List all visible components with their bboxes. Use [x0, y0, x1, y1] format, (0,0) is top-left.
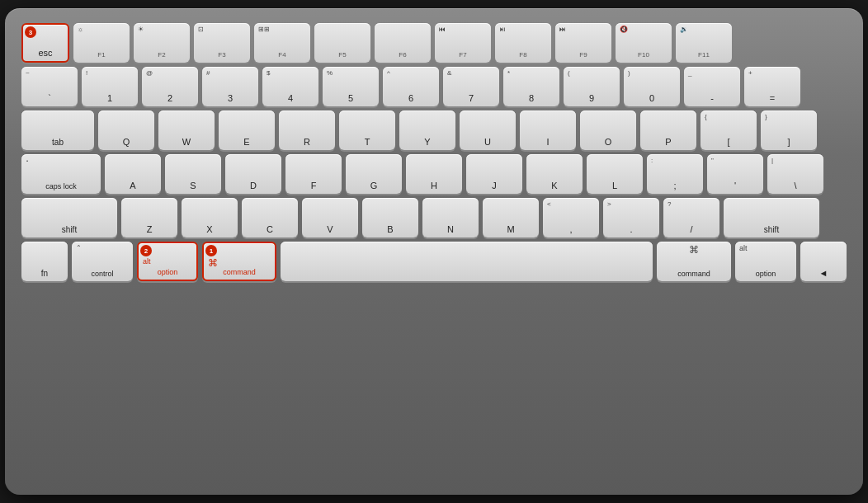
key-lbracket[interactable]: { [ — [701, 110, 757, 150]
key-f11[interactable]: 🔉 F11 — [676, 23, 732, 63]
key-x[interactable]: X — [182, 198, 238, 237]
key-r[interactable]: R — [279, 110, 335, 150]
key-rbracket[interactable]: } ] — [761, 110, 817, 150]
key-6[interactable]: ^ 6 — [383, 67, 439, 106]
f3-icon: ⊡ — [198, 26, 204, 33]
key-f9[interactable]: ⏭ F9 — [555, 23, 611, 63]
command-left-label: command — [223, 269, 256, 276]
key-f10[interactable]: 🔇 F10 — [616, 23, 672, 63]
key-c[interactable]: C — [242, 198, 298, 237]
key-backtick[interactable]: ~ ` — [21, 67, 78, 106]
key-s[interactable]: S — [165, 154, 221, 194]
key-b[interactable]: B — [362, 198, 418, 237]
key-1[interactable]: ! 1 — [82, 67, 138, 106]
f1-icon: ☼ — [78, 26, 83, 33]
key-f8[interactable]: ⏯ F8 — [495, 23, 551, 63]
f1-label: F1 — [97, 51, 105, 59]
key-2[interactable]: @ 2 — [142, 67, 198, 106]
key-capslock[interactable]: • caps lock — [21, 154, 101, 194]
key-fn[interactable]: fn — [21, 242, 68, 281]
key-f4[interactable]: ⊞⊞ F4 — [254, 23, 310, 63]
key-9[interactable]: ( 9 — [564, 67, 620, 106]
key-0[interactable]: ) 0 — [624, 67, 680, 106]
key-y[interactable]: Y — [399, 110, 455, 150]
key-7[interactable]: & 7 — [443, 67, 499, 106]
key-equals[interactable]: + = — [744, 67, 800, 106]
tab-label: tab — [52, 139, 64, 147]
key-e[interactable]: E — [219, 110, 275, 150]
key-q[interactable]: Q — [98, 110, 154, 150]
option-right-icon: alt — [739, 245, 748, 252]
key-v[interactable]: V — [302, 198, 358, 237]
key-slash[interactable]: ? / — [663, 198, 719, 237]
key-l[interactable]: L — [587, 154, 643, 194]
fn-row: 3 esc ☼ F1 ☀ F2 ⊡ F3 ⊞⊞ F4 F5 F6 — [21, 23, 847, 63]
key-d[interactable]: D — [225, 154, 281, 194]
badge-1: 1 — [205, 245, 217, 256]
key-option-left[interactable]: 2 alt option — [137, 242, 198, 281]
key-arrow-left[interactable]: ◄ — [800, 242, 847, 281]
key-g[interactable]: G — [346, 154, 402, 194]
f5-label: F5 — [338, 51, 346, 59]
option-left-label: option — [158, 269, 178, 276]
key-f5[interactable]: F5 — [314, 23, 370, 63]
key-o[interactable]: O — [580, 110, 636, 150]
key-shift-left[interactable]: shift — [21, 198, 117, 237]
amp-label: & — [447, 70, 451, 77]
key-z[interactable]: Z — [121, 198, 177, 237]
key-command-left[interactable]: 1 ⌘ command — [202, 242, 276, 281]
f7-label: F7 — [459, 51, 466, 59]
key-f[interactable]: F — [285, 154, 342, 194]
key-minus[interactable]: _ - — [684, 67, 740, 106]
command-left-icon: ⌘ — [208, 258, 218, 268]
capslock-label: caps lock — [45, 183, 77, 190]
key-p[interactable]: P — [640, 110, 696, 150]
key-4[interactable]: $ 4 — [262, 67, 318, 106]
key-m[interactable]: M — [483, 198, 539, 237]
key-t[interactable]: T — [339, 110, 395, 150]
shift-right-label: shift — [764, 226, 779, 234]
key-j[interactable]: J — [466, 154, 522, 194]
caret-label: ^ — [387, 70, 390, 77]
key-8[interactable]: * 8 — [503, 67, 559, 106]
key-h[interactable]: H — [406, 154, 462, 194]
key-esc[interactable]: 3 esc — [21, 23, 69, 63]
key-semicolon[interactable]: : ; — [647, 154, 703, 194]
key-n[interactable]: N — [422, 198, 479, 237]
key-k[interactable]: K — [526, 154, 583, 194]
f8-icon: ⏯ — [499, 26, 506, 33]
key-tab[interactable]: tab — [21, 110, 94, 150]
key-a[interactable]: A — [105, 154, 161, 194]
lparen-label: ( — [568, 70, 570, 77]
key-space[interactable] — [281, 242, 653, 281]
key-comma[interactable]: < , — [543, 198, 599, 237]
key-5[interactable]: % 5 — [323, 67, 379, 106]
f10-icon: 🔇 — [620, 26, 628, 33]
one-label: 1 — [107, 94, 112, 103]
key-option-right[interactable]: alt option — [735, 242, 796, 281]
key-f1[interactable]: ☼ F1 — [73, 23, 130, 63]
option-right-label: option — [756, 270, 776, 278]
key-3[interactable]: # 3 — [202, 67, 258, 106]
number-row: ~ ` ! 1 @ 2 # 3 $ 4 % 5 ^ 6 & 7 — [21, 67, 847, 106]
key-control[interactable]: ⌃ control — [72, 242, 133, 281]
key-shift-right[interactable]: shift — [724, 198, 819, 237]
key-f3[interactable]: ⊡ F3 — [194, 23, 250, 63]
key-i[interactable]: I — [520, 110, 576, 150]
key-u[interactable]: U — [460, 110, 516, 150]
f4-icon: ⊞⊞ — [258, 26, 270, 33]
key-quote[interactable]: " ' — [707, 154, 763, 194]
minus-label: - — [710, 94, 714, 103]
hash-label: # — [206, 70, 210, 77]
key-backslash[interactable]: | \ — [767, 154, 823, 194]
key-f7[interactable]: ⏮ F7 — [435, 23, 491, 63]
key-period[interactable]: > . — [603, 198, 659, 237]
key-f6[interactable]: F6 — [375, 23, 431, 63]
badge-3: 3 — [25, 26, 36, 38]
zero-label: 0 — [649, 94, 654, 103]
seven-label: 7 — [469, 94, 474, 103]
key-command-right[interactable]: ⌘ command — [657, 242, 731, 281]
command-right-label: command — [677, 270, 710, 278]
key-f2[interactable]: ☀ F2 — [134, 23, 190, 63]
key-w[interactable]: W — [158, 110, 215, 150]
